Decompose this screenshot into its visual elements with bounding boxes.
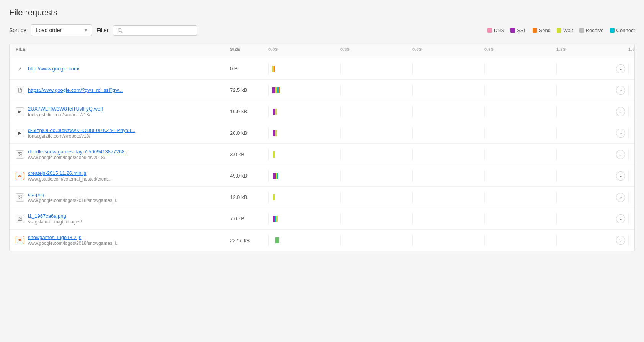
file-cell: doodle-snow-games-day-7-5009413877268...… [16,149,230,160]
file-cell: cta.pngwww.google.com/logos/2018/snowgam… [16,192,230,203]
size-cell: 3.0 kB [230,151,268,157]
timeline-tick: 0.6s [412,47,422,52]
file-domain: ssl.gstatic.com/gb/images/ [28,219,82,225]
grid-line [268,85,269,96]
size-cell: 227.6 kB [230,238,268,243]
page-title: File requests [9,8,635,18]
legend-label-dns: DNS [494,28,504,33]
file-name[interactable]: doodle-snow-games-day-7-5009413877268... [28,149,129,155]
timeline-tick: 1.5s [628,47,635,52]
timeline-tick: 0.9s [484,47,494,52]
filter-input-wrap [113,25,197,36]
grid-line [628,63,629,75]
grid-line [340,106,341,117]
grid-line [340,85,341,96]
grid-line [556,213,557,225]
grid-line [340,192,341,203]
expand-button[interactable]: ⌄ [616,193,625,202]
table-row: ▶2UX7WLTfW3W8TclTUvlFyQ.wofffonts.gstati… [10,101,634,122]
legend-label-wait: Wait [563,28,573,33]
timing-bar [273,194,275,200]
file-name[interactable]: d-6lYplOFocCacKzxwXSOD8E0i7KZn-EPnyo3... [28,127,135,133]
grid-line [268,235,269,246]
timeline-tick: 1.2s [556,47,566,52]
search-icon [117,28,123,33]
legend-label-send: Send [539,28,551,33]
svg-point-5 [19,196,20,197]
img-icon [16,193,24,202]
sort-label: Sort by [9,27,26,33]
col-timeline: 0.0s0.3s0.6s0.9s1.2s1.5s [268,47,628,55]
size-cell: 49.0 kB [230,173,268,179]
chevron-down-icon: ▾ [85,28,87,33]
bar-group [273,173,278,179]
grid-line [412,85,413,96]
table-body: ↗http://www.google.com/0 B⌄ https://www.… [10,58,634,251]
bar-group [275,237,279,243]
timing-bar [273,173,276,179]
grid-line [628,106,629,117]
file-cell: https://www.google.com/?gws_rd=ssl?gw... [16,86,230,94]
svg-point-3 [19,153,20,154]
grid-line [484,213,485,225]
expand-button[interactable]: ⌄ [616,171,625,181]
filter-input[interactable] [125,28,193,33]
legend-item-send: Send [533,28,551,33]
img-icon [16,150,24,159]
grid-line [556,235,557,246]
timeline-cell: ⌄ [268,85,628,96]
table-row: https://www.google.com/?gws_rd=ssl?gw...… [10,80,634,101]
timeline-cell: ⌄ [268,149,628,160]
timeline-cell: ⌄ [268,127,628,139]
grid-line [412,213,413,225]
table-row: cta.pngwww.google.com/logos/2018/snowgam… [10,187,634,208]
file-cell: i1_1967ca6a.pngssl.gstatic.com/gb/images… [16,213,230,225]
timing-bar [275,109,277,115]
table-row: doodle-snow-games-day-7-5009413877268...… [10,144,634,165]
expand-button[interactable]: ⌄ [616,236,625,245]
file-name[interactable]: snowgames_luge18.2.js [28,235,119,240]
file-cell: JScreatejs-2015.11.26.min.jswww.gstatic.… [16,170,230,182]
legend-item-dns: DNS [487,28,504,33]
grid-line [268,192,269,203]
file-name[interactable]: createjs-2015.11.26.min.js [28,170,111,176]
grid-line [268,106,269,117]
legend-item-wait: Wait [557,28,573,33]
grid-line [412,192,413,203]
file-name[interactable]: http://www.google.com/ [28,66,79,72]
file-name[interactable]: 2UX7WLTfW3W8TclTUvlFyQ.woff [28,106,103,112]
js-icon: JS [16,236,24,244]
file-cell: ▶d-6lYplOFocCacKzxwXSOD8E0i7KZn-EPnyo3..… [16,127,230,139]
file-name[interactable]: i1_1967ca6a.png [28,213,82,219]
grid-line [628,149,629,160]
size-cell: 20.0 kB [230,130,268,136]
bar-group [272,87,280,93]
legend-item-receive: Receive [579,28,604,33]
timeline-cell: ⌄ [268,170,628,182]
file-requests-table: FILE SIZE 0.0s0.3s0.6s0.9s1.2s1.5s ↗http… [9,44,635,251]
timing-bar [272,87,275,93]
bar-group [272,66,275,72]
expand-button[interactable]: ⌄ [616,107,625,116]
file-name[interactable]: cta.png [28,192,119,197]
size-cell: 0 B [230,66,268,72]
size-cell: 72.5 kB [230,87,268,93]
sort-dropdown[interactable]: Load order ▾ [31,24,92,36]
expand-button[interactable]: ⌄ [616,86,625,95]
expand-button[interactable]: ⌄ [616,64,625,73]
expand-button[interactable]: ⌄ [616,150,625,159]
legend: DNSSSLSendWaitReceiveConnect [487,28,635,33]
file-domain: fonts.gstatic.com/s/roboto/v18/ [28,112,103,117]
grid-line [484,63,485,75]
timing-bar [274,66,275,72]
grid-line [628,192,629,203]
bar-group [273,194,275,200]
file-name[interactable]: https://www.google.com/?gws_rd=ssl?gw... [28,87,123,93]
grid-line [412,235,413,246]
grid-line [340,213,341,225]
sort-value: Load order [36,27,62,33]
timing-bar [276,216,278,222]
expand-button[interactable]: ⌄ [616,214,625,223]
expand-button[interactable]: ⌄ [616,129,625,138]
grid-line [484,127,485,139]
